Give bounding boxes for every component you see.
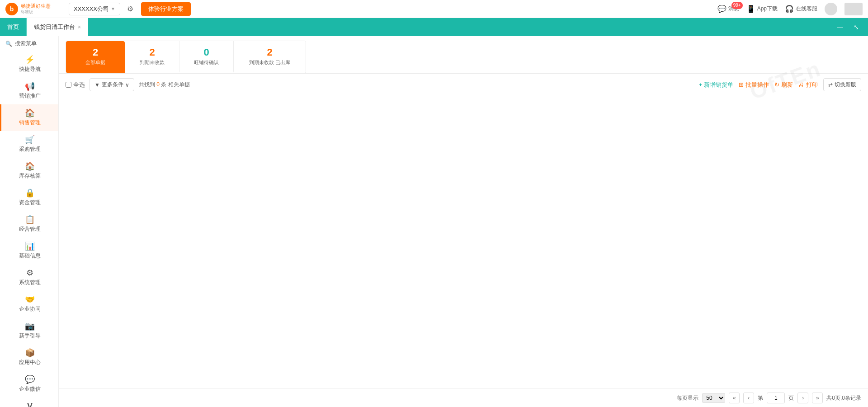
system-icon: ⚙ xyxy=(26,269,33,277)
first-page-button[interactable]: « xyxy=(729,393,740,403)
page-label-of: 页 xyxy=(788,394,794,402)
stats-tabs-wrapper: 2 全部单据 2 到期未收款 0 旺铺待确认 2 到期未收款 已出库 xyxy=(59,36,868,74)
switch-icon: ⇄ xyxy=(828,82,833,88)
app-download-button[interactable]: 📱 App下载 xyxy=(746,5,778,13)
sidebar-item-marketing[interactable]: 📢 营销推广 xyxy=(0,78,58,104)
toolbar: 全选 ▼ 更多条件 ∨ 共找到 0 条 相关单据 + 新增销货单 ⊞ 批量操作 … xyxy=(59,74,868,96)
sidebar: 🔍 搜索菜单 ⚡ 快捷导航 📢 营销推广 🏠 销售管理 🛒 采购管理 🏠 库存核… xyxy=(0,36,59,407)
stats-tabs: 2 全部单据 2 到期未收款 0 旺铺待确认 2 到期未收款 已出库 xyxy=(66,41,306,73)
operation-icon: 📋 xyxy=(25,215,35,224)
settings-icon[interactable]: ⚙ xyxy=(124,3,137,15)
found-text: 共找到 0 条 相关单据 xyxy=(139,81,190,89)
select-all-input[interactable] xyxy=(66,82,71,88)
marketing-icon: 📢 xyxy=(25,82,35,90)
app-center-icon: 📦 xyxy=(25,349,35,357)
minimize-icon[interactable]: — xyxy=(834,21,846,33)
sidebar-item-inventory[interactable]: 🏠 库存核算 xyxy=(0,158,58,184)
tab-work-station[interactable]: 钱货日清工作台 × xyxy=(27,18,88,36)
batch-icon: ⊞ xyxy=(739,81,744,88)
found-num: 0 xyxy=(156,81,160,88)
avatar[interactable] xyxy=(825,3,837,15)
filter-button[interactable]: ▼ 更多条件 ∨ xyxy=(90,78,134,91)
sidebar-item-label: 企业微信 xyxy=(19,385,41,393)
try-industry-button[interactable]: 体验行业方案 xyxy=(141,2,191,16)
message-button[interactable]: 💬 消息 99+ xyxy=(717,5,739,13)
stat-num-pending: 0 xyxy=(203,47,209,58)
sidebar-item-guide[interactable]: 📷 新手引导 xyxy=(0,318,58,344)
stat-label-shipped: 到期未收款 已出库 xyxy=(249,59,290,66)
logo-area: b 畅捷通好生意 标准版 xyxy=(5,3,64,15)
sidebar-item-label: 基础信息 xyxy=(19,252,41,260)
next-page-button[interactable]: › xyxy=(797,393,808,403)
purchase-icon: 🛒 xyxy=(25,136,35,144)
refresh-label: 刷新 xyxy=(781,81,793,89)
stat-label-overdue: 到期未收款 xyxy=(140,59,165,66)
add-sales-order-button[interactable]: + 新增销货单 xyxy=(699,81,733,89)
sidebar-item-basic-info[interactable]: 📊 基础信息 xyxy=(0,238,58,264)
sidebar-item-weixin[interactable]: 💬 企业微信 xyxy=(0,371,58,398)
stat-tab-all[interactable]: 2 全部单据 xyxy=(66,41,125,73)
sidebar-item-label: 快捷导航 xyxy=(19,65,41,73)
print-label: 打印 xyxy=(806,81,818,89)
table-area xyxy=(59,96,868,388)
sidebar-item-operation[interactable]: 📋 经营管理 xyxy=(0,211,58,238)
sidebar-item-system[interactable]: ⚙ 系统管理 xyxy=(0,264,58,291)
sidebar-item-member[interactable]: V 畅会员 xyxy=(0,398,58,407)
basic-info-icon: 📊 xyxy=(25,242,35,250)
sidebar-item-cooperation[interactable]: 🤝 企业协同 xyxy=(0,291,58,318)
sidebar-item-purchase[interactable]: 🛒 采购管理 xyxy=(0,131,58,158)
stat-tab-overdue[interactable]: 2 到期未收款 xyxy=(125,41,179,73)
batch-label: 批量操作 xyxy=(745,81,769,89)
company-selector[interactable]: XXXXXX公司 ▼ xyxy=(69,3,120,15)
maximize-icon[interactable]: ⤡ xyxy=(850,21,863,33)
stat-num-overdue: 2 xyxy=(149,47,155,58)
sidebar-item-label: 资金管理 xyxy=(19,199,41,206)
sidebar-item-label: 销售管理 xyxy=(19,119,41,126)
user-name-area[interactable] xyxy=(844,3,863,15)
refresh-button[interactable]: ↻ 刷新 xyxy=(774,81,793,89)
main-layout: 🔍 搜索菜单 ⚡ 快捷导航 📢 营销推广 🏠 销售管理 🛒 采购管理 🏠 库存核… xyxy=(0,36,868,407)
app-badge: 标准版 xyxy=(21,9,51,15)
online-service-button[interactable]: 🎧 在线客服 xyxy=(785,5,817,13)
sidebar-item-label: 新手引导 xyxy=(19,332,41,340)
close-icon[interactable]: × xyxy=(78,24,81,30)
top-right: 💬 消息 99+ 📱 App下载 🎧 在线客服 xyxy=(717,3,863,15)
sidebar-item-quick-nav[interactable]: ⚡ 快捷导航 xyxy=(0,51,58,78)
inventory-icon: 🏠 xyxy=(25,162,35,170)
finance-icon: 🔒 xyxy=(25,189,35,197)
filter-icon: ▼ xyxy=(94,82,100,88)
message-badge: 99+ xyxy=(731,2,743,9)
select-all-checkbox[interactable]: 全选 xyxy=(66,81,85,89)
sidebar-item-app-center[interactable]: 📦 应用中心 xyxy=(0,344,58,371)
sidebar-item-sales[interactable]: 🏠 销售管理 xyxy=(0,104,58,131)
tab-bar-right: — ⤡ xyxy=(834,21,868,33)
total-info: 共0页,0条记录 xyxy=(826,394,861,402)
refresh-icon: ↻ xyxy=(774,81,779,88)
page-size-select[interactable]: 50 100 200 xyxy=(702,393,725,403)
tab-label: 钱货日清工作台 xyxy=(34,23,75,31)
print-button[interactable]: 🖨 打印 xyxy=(798,81,818,89)
stat-tab-shipped[interactable]: 2 到期未收款 已出库 xyxy=(233,41,306,73)
stat-label-all: 全部单据 xyxy=(85,59,105,66)
cooperation-icon: 🤝 xyxy=(25,295,35,304)
chevron-down-icon: ▼ xyxy=(111,6,115,11)
switch-version-button[interactable]: ⇄ 切换新版 xyxy=(823,78,861,91)
company-name: XXXXXX公司 xyxy=(74,5,109,13)
page-input[interactable] xyxy=(767,393,785,403)
filter-label: 更多条件 xyxy=(102,81,123,89)
tab-home[interactable]: 首页 xyxy=(0,18,27,36)
prev-page-button[interactable]: ‹ xyxy=(743,393,754,403)
stat-tab-pending[interactable]: 0 旺铺待确认 xyxy=(179,41,233,73)
sidebar-item-label: 应用中心 xyxy=(19,359,41,366)
sidebar-item-label: 库存核算 xyxy=(19,172,41,180)
page-label: 第 xyxy=(758,394,763,402)
app-download-label: App下载 xyxy=(757,5,778,13)
batch-operation-button[interactable]: ⊞ 批量操作 xyxy=(739,81,769,89)
print-icon: 🖨 xyxy=(798,81,804,88)
last-page-button[interactable]: » xyxy=(812,393,823,403)
sidebar-item-finance[interactable]: 🔒 资金管理 xyxy=(0,184,58,211)
content-area: 2 全部单据 2 到期未收款 0 旺铺待确认 2 到期未收款 已出库 xyxy=(59,36,868,407)
logo-icon: b xyxy=(5,3,18,15)
search-menu-item[interactable]: 🔍 搜索菜单 xyxy=(0,36,58,51)
stat-num-all: 2 xyxy=(93,47,98,58)
